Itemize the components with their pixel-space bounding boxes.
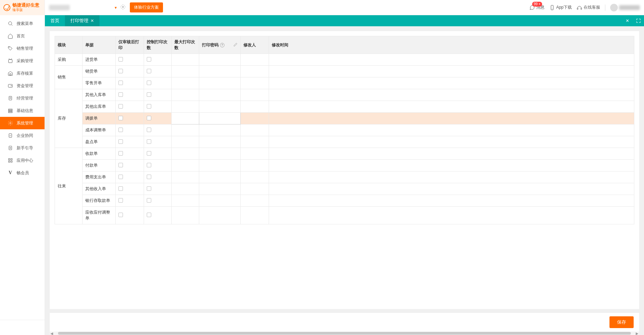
- help-icon[interactable]: ?: [220, 43, 224, 47]
- th-module: 模块: [55, 36, 83, 54]
- sidebar-item-12[interactable]: V畅会员: [0, 167, 45, 179]
- sidebar-item-0[interactable]: 搜索菜单: [0, 17, 45, 30]
- sidebar-item-label: 销售管理: [17, 46, 33, 52]
- sidebar-item-9[interactable]: 企业协同: [0, 129, 45, 142]
- sidebar-item-11[interactable]: 应用中心: [0, 154, 45, 167]
- control-count-cell: [144, 66, 172, 77]
- password-cell: [199, 207, 241, 224]
- modifier-cell: [241, 171, 269, 183]
- scroll-left-icon[interactable]: ◀: [50, 332, 53, 335]
- checkbox[interactable]: [118, 116, 123, 120]
- modify-time-cell: [269, 136, 634, 148]
- checkbox[interactable]: [118, 151, 123, 156]
- checkbox[interactable]: [147, 151, 151, 156]
- svg-rect-26: [581, 8, 582, 9]
- checkbox[interactable]: [147, 116, 151, 120]
- checkbox[interactable]: [118, 81, 123, 85]
- checkbox[interactable]: [118, 213, 123, 217]
- checkbox[interactable]: [147, 57, 151, 62]
- checkbox[interactable]: [118, 198, 123, 203]
- max-count-cell: [172, 54, 199, 66]
- max-count-cell: [172, 136, 199, 148]
- sidebar-item-4[interactable]: 库存核算: [0, 67, 45, 80]
- messages-button[interactable]: 99 + 消息: [529, 4, 545, 10]
- password-cell: [199, 54, 241, 66]
- sidebar-item-6[interactable]: 经营管理: [0, 92, 45, 104]
- sidebar-item-10[interactable]: 新手引导: [0, 142, 45, 154]
- scrollbar-thumb[interactable]: [58, 332, 631, 335]
- checkbox[interactable]: [118, 128, 123, 132]
- edit-icon[interactable]: [233, 43, 238, 48]
- fullscreen-icon[interactable]: [633, 15, 644, 26]
- print-settings-table: 模块 单据 仅审核后打印 控制打印次数 最大打印次数 打印密码 ?: [55, 36, 634, 224]
- horizontal-scrollbar[interactable]: ◀ ▶: [50, 332, 639, 335]
- divider: [605, 4, 605, 11]
- doc-cell: 零售开单: [83, 77, 116, 89]
- app-download-button[interactable]: App下载: [549, 4, 572, 10]
- sidebar-footer: [0, 320, 45, 335]
- checkbox[interactable]: [118, 104, 123, 109]
- tab-0[interactable]: 首页: [45, 15, 65, 26]
- checkbox[interactable]: [147, 163, 151, 167]
- tab-close-all-icon[interactable]: ✕: [622, 15, 633, 26]
- sidebar-item-8[interactable]: 系统管理: [0, 117, 45, 129]
- doc-cell: 盘点单: [83, 136, 116, 148]
- header-settings-icon[interactable]: [120, 4, 126, 11]
- industry-plan-button[interactable]: 体验行业方案: [130, 2, 163, 12]
- th-password: 打印密码 ?: [199, 36, 241, 54]
- th-modify-time: 修改时间: [269, 36, 634, 54]
- checkbox[interactable]: [147, 81, 151, 85]
- checkbox[interactable]: [147, 213, 151, 217]
- checkbox[interactable]: [118, 186, 123, 191]
- scroll-right-icon[interactable]: ▶: [636, 332, 638, 335]
- close-icon[interactable]: ✕: [90, 18, 94, 23]
- table-row: 付款单: [55, 160, 634, 171]
- checkbox[interactable]: [118, 163, 123, 167]
- svg-rect-18: [11, 159, 12, 160]
- logo-icon: [3, 4, 10, 11]
- checkbox[interactable]: [147, 175, 151, 179]
- password-cell[interactable]: [199, 113, 241, 124]
- max-count-cell[interactable]: [172, 113, 199, 124]
- table-row: 成本调整单: [55, 124, 634, 136]
- checkbox[interactable]: [147, 198, 151, 203]
- save-button[interactable]: 保存: [609, 316, 634, 328]
- collab-icon: [8, 133, 13, 138]
- checkbox[interactable]: [147, 139, 151, 144]
- modifier-cell: [241, 160, 269, 171]
- checkbox[interactable]: [118, 69, 123, 73]
- doc-cell: 进货单: [83, 54, 116, 66]
- control-count-cell: [144, 171, 172, 183]
- th-doc: 单据: [83, 36, 116, 54]
- user-menu[interactable]: [610, 4, 640, 11]
- online-service-button[interactable]: 在线客服: [577, 4, 600, 10]
- checkbox[interactable]: [118, 175, 123, 179]
- checkbox[interactable]: [147, 104, 151, 109]
- modifier-cell: [241, 183, 269, 195]
- sidebar-item-1[interactable]: 首页: [0, 30, 45, 42]
- tab-1[interactable]: 打印管理✕: [65, 15, 99, 26]
- checkbox[interactable]: [118, 139, 123, 144]
- logo: 畅捷通好生意 臻享版: [0, 0, 45, 15]
- sidebar-item-7[interactable]: 基础信息: [0, 104, 45, 117]
- footer-bar: 保存: [50, 313, 639, 332]
- only-audited-cell: [116, 66, 144, 77]
- checkbox[interactable]: [118, 92, 123, 97]
- sidebar-item-label: 新手引导: [17, 145, 33, 151]
- gear-icon: [8, 120, 13, 126]
- sidebar-item-2[interactable]: 销售管理: [0, 42, 45, 55]
- svg-rect-10: [9, 109, 12, 110]
- org-selector[interactable]: [49, 5, 111, 10]
- checkbox[interactable]: [118, 57, 123, 62]
- doc-cell: 其他入库单: [83, 89, 116, 101]
- checkbox[interactable]: [147, 69, 151, 73]
- checkbox[interactable]: [147, 92, 151, 97]
- checkbox[interactable]: [147, 128, 151, 132]
- password-cell: [199, 101, 241, 113]
- header: ▾ 体验行业方案 99 + 消息 App下载 在线客服: [45, 0, 644, 15]
- username-blurred: [619, 5, 640, 10]
- sidebar-item-5[interactable]: 资金管理: [0, 80, 45, 92]
- chevron-down-icon[interactable]: ▾: [115, 5, 117, 10]
- checkbox[interactable]: [147, 186, 151, 191]
- sidebar-item-3[interactable]: 采购管理: [0, 55, 45, 67]
